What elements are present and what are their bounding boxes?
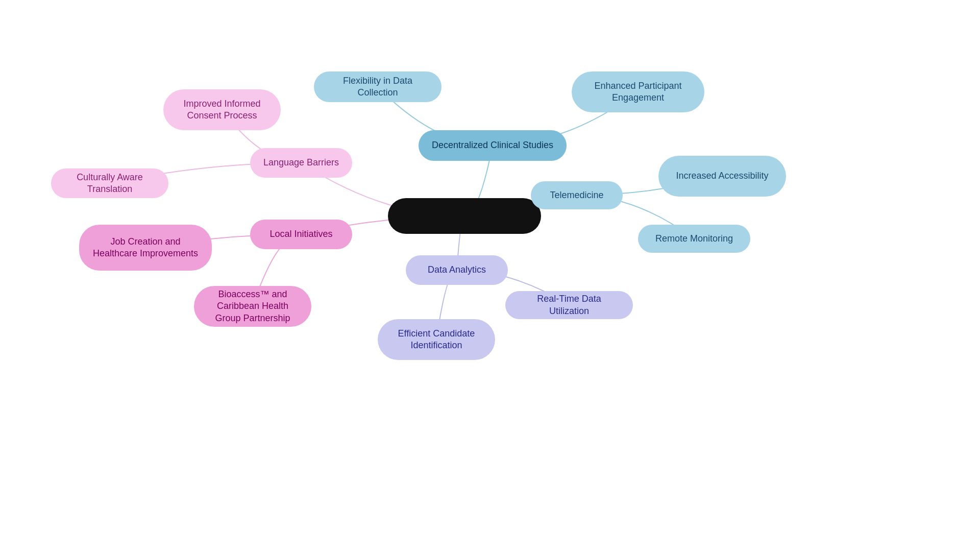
culturally_aware-node: Culturally Aware Translation [51, 169, 168, 198]
remote_monitoring-node: Remote Monitoring [638, 225, 750, 253]
increased_access-node: Increased Accessibility [658, 156, 786, 197]
flexibility-node: Flexibility in Data Collection [314, 71, 442, 102]
data_analytics-node: Data Analytics [406, 255, 508, 285]
job_creation-node: Job Creation and Healthcare Improvements [79, 225, 212, 271]
telemedicine-node: Telemedicine [531, 181, 623, 209]
center-node [388, 198, 541, 234]
decentralized-node: Decentralized Clinical Studies [419, 130, 567, 161]
language_barriers-node: Language Barriers [250, 148, 352, 178]
real_time-node: Real-Time Data Utilization [505, 291, 633, 319]
enhanced_participant-node: Enhanced Participant Engagement [572, 71, 704, 112]
improved_consent-node: Improved Informed Consent Process [163, 89, 281, 130]
local_initiatives-node: Local Initiatives [250, 220, 352, 249]
bioaccess-node: Bioaccess™ and Caribbean Health Group Pa… [194, 286, 311, 327]
efficient_candidate-node: Efficient Candidate Identification [378, 319, 495, 360]
